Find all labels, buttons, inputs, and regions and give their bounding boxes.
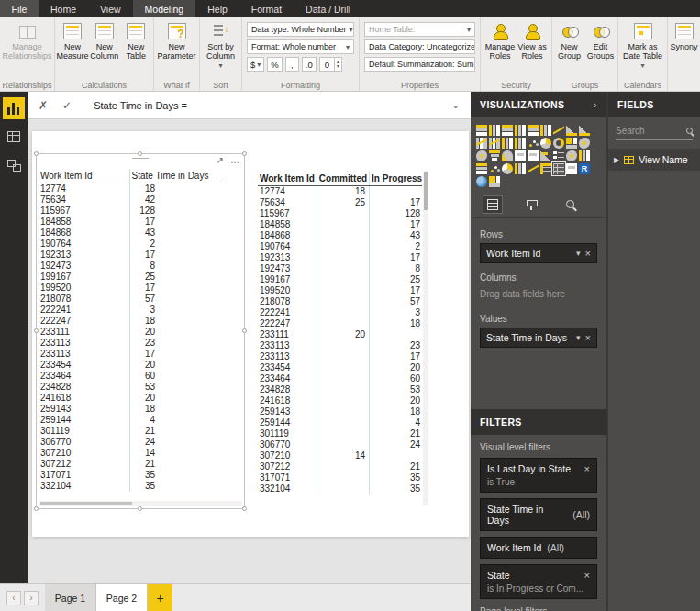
scatter-chart-icon[interactable] — [528, 138, 539, 149]
default-summarization-dropdown[interactable]: Default Summarization: Sum ▾ — [364, 57, 475, 72]
resize-handle[interactable] — [34, 151, 39, 156]
fields-search[interactable] — [616, 126, 693, 140]
report-page[interactable]: ↗ … Work Item Id State Time in Days — [32, 131, 469, 537]
remove-filter-icon[interactable]: × — [584, 463, 590, 474]
new-group-button[interactable]: New Group — [554, 22, 584, 61]
stacked-area-chart-icon[interactable] — [579, 125, 590, 136]
filter-card[interactable]: State × is In Progress or Com... — [480, 564, 597, 599]
next-page-icon[interactable]: › — [24, 591, 39, 605]
search-input[interactable] — [616, 126, 683, 136]
clustered-column-chart-icon[interactable] — [515, 125, 526, 136]
remove-field-icon[interactable]: × — [585, 248, 591, 259]
formula-bar[interactable]: ✗ ✓ State Time in Days = ⌄ — [28, 92, 471, 119]
data-category-dropdown[interactable]: Data Category: Uncategorized ▾ — [364, 39, 475, 54]
add-page-button[interactable]: + — [148, 584, 172, 611]
report-canvas[interactable]: ↗ … Work Item Id State Time in Days — [28, 119, 471, 583]
column-header[interactable]: Work Item Id — [258, 172, 317, 186]
arcgis-map-icon[interactable] — [476, 176, 487, 187]
pie-chart-icon[interactable] — [540, 138, 551, 149]
table-icon[interactable] — [553, 163, 564, 174]
new-column-button[interactable]: New Column — [89, 22, 120, 61]
rows-field-pill[interactable]: Work Item Id ▾ × — [480, 243, 597, 263]
new-table-button[interactable]: New Table — [121, 22, 152, 61]
column-header[interactable]: In Progress — [370, 172, 422, 186]
expand-formula-bar-icon[interactable]: ⌄ — [452, 100, 460, 110]
resize-handle[interactable] — [138, 151, 142, 156]
resize-handle[interactable] — [242, 328, 247, 333]
focus-mode-icon[interactable]: ↗ — [217, 154, 224, 167]
line-chart-icon[interactable] — [553, 125, 564, 136]
report-view-button[interactable] — [3, 97, 25, 119]
new-parameter-button[interactable]: New Parameter — [161, 22, 193, 61]
donut-chart-icon[interactable] — [553, 138, 564, 149]
decimal-places-stepper[interactable]: 0 ▴ ▾ — [319, 57, 342, 72]
column-header[interactable]: Committed — [317, 172, 369, 186]
remove-field-icon[interactable]: × — [585, 332, 591, 343]
custom-visual-icon[interactable] — [528, 163, 539, 174]
stacked-column-chart-icon[interactable] — [489, 125, 500, 136]
matrix-icon[interactable] — [540, 163, 551, 174]
state-time-table[interactable]: Work Item Id State Time in Days 12774 18 — [39, 169, 221, 492]
ribbon-tab[interactable]: Data / Drill — [294, 0, 362, 17]
map-icon[interactable] — [579, 138, 590, 149]
multi-row-card-icon[interactable] — [528, 150, 539, 161]
new-measure-button[interactable]: New Measure — [57, 22, 88, 61]
r-script-visual-icon[interactable] — [579, 163, 590, 174]
chevron-down-icon[interactable]: ▾ — [576, 333, 581, 342]
custom-visual-icon[interactable] — [502, 163, 513, 174]
filter-card[interactable]: Work Item Id (All) — [480, 537, 597, 559]
chevron-down-icon[interactable]: ▾ — [576, 249, 581, 258]
ribbon-tab[interactable]: Modeling — [133, 0, 196, 17]
manage-relationships-button[interactable]: Manage Relationships — [5, 22, 50, 61]
ribbon-tab[interactable]: Home — [39, 0, 88, 17]
sort-by-column-button[interactable]: Sort by Column ▾ — [206, 22, 237, 70]
decimals-button[interactable]: .0 — [302, 57, 317, 72]
percent-format-button[interactable]: % — [267, 57, 282, 72]
100-stacked-bar-chart-icon[interactable] — [528, 125, 539, 136]
column-header[interactable]: Work Item Id — [39, 169, 129, 183]
manage-roles-button[interactable]: Manage Roles — [484, 22, 516, 61]
treemap-icon[interactable] — [566, 138, 577, 149]
data-view-button[interactable] — [3, 126, 25, 148]
thousands-separator-button[interactable]: , — [285, 57, 299, 72]
previous-page-icon[interactable]: ‹ — [6, 591, 21, 605]
format-dropdown[interactable]: Format: Whole number ▾ — [247, 39, 354, 54]
view-as-roles-button[interactable]: View as Roles — [517, 22, 548, 61]
custom-visual-icon[interactable] — [489, 163, 500, 174]
more-options-icon[interactable]: … — [230, 154, 239, 167]
custom-visual-icon[interactable] — [476, 163, 487, 174]
home-table-dropdown[interactable]: Home Table: ▾ — [364, 22, 475, 37]
100-stacked-column-chart-icon[interactable] — [540, 125, 551, 136]
resize-handle[interactable] — [138, 506, 142, 511]
expand-table-icon[interactable]: ▶ — [614, 156, 619, 164]
custom-visual-icon[interactable] — [489, 176, 500, 187]
collapse-panel-icon[interactable]: › — [594, 99, 597, 110]
filled-map-icon[interactable] — [476, 150, 487, 161]
table-visual-states[interactable]: Work Item Id Committed In Progress Total… — [257, 168, 429, 509]
formula-text[interactable]: State Time in Days = — [94, 100, 187, 111]
spin-down-icon[interactable]: ▾ — [337, 64, 339, 69]
custom-visual-icon[interactable] — [566, 163, 577, 174]
visual-drag-grip[interactable] — [132, 158, 149, 162]
table-visual-selected[interactable]: ↗ … Work Item Id State Time in Days — [36, 153, 245, 509]
scrollbar-thumb[interactable] — [40, 502, 132, 505]
kpi-icon[interactable] — [540, 150, 551, 161]
data-type-dropdown[interactable]: Data type: Whole Number ▾ — [247, 22, 354, 37]
commit-formula-icon[interactable]: ✓ — [62, 99, 72, 112]
cancel-formula-icon[interactable]: ✗ — [39, 99, 48, 112]
page-tab[interactable]: Page 2 — [96, 584, 148, 611]
stacked-bar-chart-icon[interactable] — [476, 125, 487, 136]
format-tab[interactable] — [522, 196, 540, 213]
analytics-tab[interactable] — [561, 196, 579, 213]
page-tab[interactable]: Page 1 — [45, 584, 96, 611]
model-view-button[interactable] — [3, 154, 25, 176]
line-and-stacked-column-chart-icon[interactable] — [489, 138, 500, 149]
edit-groups-button[interactable]: Edit Groups — [585, 22, 616, 61]
ribbon-tab[interactable]: Format — [239, 0, 294, 17]
slicer-icon[interactable] — [553, 150, 564, 161]
ribbon-tab[interactable]: View — [88, 0, 133, 17]
custom-visual-icon[interactable] — [579, 150, 590, 161]
synonyms-button[interactable]: Synony — [670, 22, 698, 51]
ribbon-tab[interactable]: Help — [195, 0, 239, 17]
resize-handle[interactable] — [242, 151, 247, 156]
